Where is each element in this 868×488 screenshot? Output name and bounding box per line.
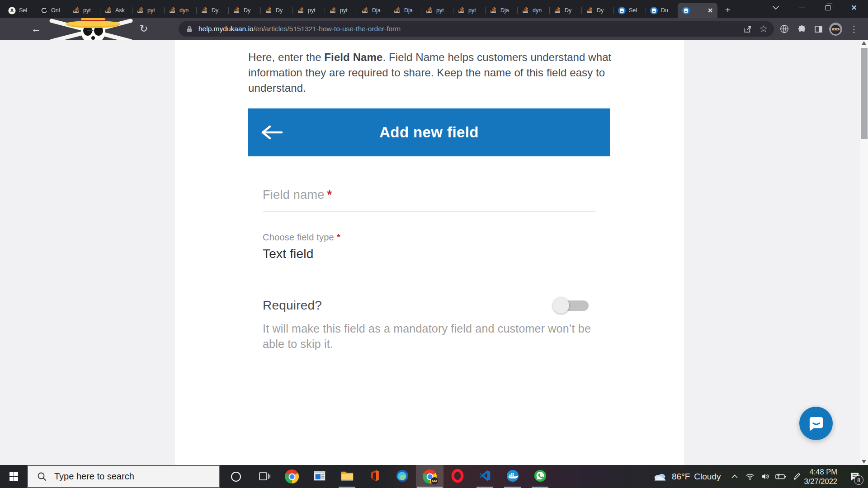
chrome-icon	[285, 469, 299, 483]
taskbar-app-file-explorer[interactable]	[333, 465, 361, 488]
notification-badge: 8	[854, 475, 863, 485]
stackoverflow-favicon	[490, 7, 497, 14]
extensions-puzzle-icon[interactable]	[794, 21, 809, 37]
tab[interactable]: Dy	[260, 3, 292, 18]
ninja-avatar-image	[829, 23, 842, 36]
address-bar[interactable]: help.mydukaan.io/en/articles/5151321-how…	[179, 21, 774, 37]
stackoverflow-favicon	[297, 7, 305, 14]
url-path: /en/articles/5151321-how-to-use-the-orde…	[254, 25, 401, 33]
minimize-icon	[799, 8, 805, 8]
tab[interactable]: Onl	[36, 3, 68, 18]
tab-title: Dy	[244, 7, 260, 14]
stackoverflow-favicon	[72, 7, 80, 14]
tab[interactable]: Dy	[228, 3, 260, 18]
docker-icon	[506, 469, 519, 484]
reload-button[interactable]: ↻	[136, 21, 152, 37]
whatsapp-icon	[533, 469, 547, 484]
window-restore-button[interactable]	[815, 0, 841, 15]
article-paragraph: Here, enter the Field Name. Field Name h…	[248, 50, 615, 96]
taskbar-app-office[interactable]	[361, 465, 388, 488]
close-icon: ✕	[851, 4, 857, 12]
tab[interactable]: Dy	[196, 3, 228, 18]
field-name-input[interactable]: Field name*	[263, 188, 610, 202]
tab-active[interactable]: ✕	[678, 3, 717, 18]
taskbar-app-edge[interactable]	[388, 465, 416, 488]
tab-search-chevron-icon[interactable]	[772, 5, 779, 10]
side-panel-icon[interactable]	[811, 21, 826, 37]
letter-a-favicon: A	[8, 7, 16, 14]
search-placeholder: Type here to search	[54, 471, 134, 482]
new-tab-button[interactable]: +	[721, 3, 735, 17]
tab[interactable]: Du	[646, 3, 678, 18]
tab[interactable]: pyt	[68, 3, 100, 18]
scroll-up-arrow-icon[interactable]	[862, 41, 866, 45]
scroll-down-arrow-icon[interactable]	[862, 460, 866, 464]
opera-icon	[451, 469, 464, 484]
tab[interactable]: pyt	[292, 3, 325, 18]
globe-extension-icon[interactable]	[777, 21, 792, 37]
taskbar-clock[interactable]: 4:48 PM 3/27/2022	[798, 467, 837, 486]
taskbar-app-vscode[interactable]	[471, 465, 499, 488]
tab[interactable]: pyt	[421, 3, 453, 18]
taskbar-app-opera[interactable]	[443, 465, 471, 488]
scrollbar-thumb[interactable]	[861, 48, 868, 139]
tab-title: Du	[661, 7, 678, 14]
wifi-icon[interactable]	[743, 465, 757, 488]
forward-button[interactable]: →	[82, 21, 99, 37]
battery-icon[interactable]	[773, 465, 788, 488]
browser-menu-icon[interactable]: ⋮	[846, 21, 862, 37]
field-type-value[interactable]: Text field	[263, 247, 610, 261]
page-scrollbar[interactable]	[860, 40, 868, 465]
windows-logo-icon	[9, 472, 18, 481]
window-close-button[interactable]: ✕	[841, 0, 867, 15]
tab[interactable]: Dy	[549, 3, 581, 18]
taskbar-app-chrome[interactable]	[278, 465, 306, 488]
back-button[interactable]: ←	[28, 21, 44, 37]
tab[interactable]: dyn	[164, 3, 196, 18]
cortana-button[interactable]	[229, 469, 243, 484]
taskbar-app-whatsapp[interactable]	[526, 465, 554, 488]
paragraph-bold-text: Field Name	[324, 51, 382, 63]
tab[interactable]: pyt	[325, 3, 357, 18]
taskbar-search-input[interactable]: Type here to search	[27, 465, 220, 488]
tab[interactable]: dyn	[517, 3, 549, 18]
volume-icon[interactable]	[759, 465, 772, 488]
tab[interactable]: Sel	[613, 3, 646, 18]
tab[interactable]: pyt	[132, 3, 164, 18]
field-type-label: Choose field type*	[263, 232, 610, 243]
share-icon[interactable]	[740, 21, 755, 37]
tab-title: Dja	[404, 7, 421, 14]
tab[interactable]: pyt	[453, 3, 485, 18]
tab[interactable]: Ask	[100, 3, 132, 18]
vscode-icon	[479, 469, 491, 483]
tab-close-icon[interactable]: ✕	[708, 7, 713, 14]
tab[interactable]: Dy	[581, 3, 613, 18]
tray-chevron-up-icon[interactable]	[729, 465, 741, 488]
tab-title: pyt	[308, 7, 325, 14]
taskbar-app-window-app[interactable]	[306, 465, 333, 488]
taskbar-app-docker[interactable]	[499, 465, 526, 488]
bookmark-star-icon[interactable]: ☆	[756, 21, 771, 37]
required-row: Required?	[263, 297, 589, 314]
window-minimize-button[interactable]	[788, 0, 815, 15]
profile-avatar[interactable]	[828, 21, 843, 37]
field-type-underline	[263, 270, 596, 270]
stackoverflow-favicon	[554, 7, 561, 14]
weather-widget[interactable]: 86°F Cloudy	[652, 465, 721, 488]
intercom-chat-launcher[interactable]	[799, 407, 833, 440]
tab[interactable]: Dja	[485, 3, 517, 18]
tab-title: Dja	[500, 7, 517, 14]
notification-center-button[interactable]: 8	[844, 465, 865, 488]
stackoverflow-favicon	[233, 7, 241, 14]
start-button[interactable]	[0, 465, 27, 488]
chat-bubble-icon	[807, 414, 825, 432]
tab[interactable]: Dja	[357, 3, 389, 18]
task-view-button[interactable]	[256, 469, 274, 484]
lock-icon	[187, 25, 192, 33]
tab-title: pyt	[83, 7, 100, 14]
tab[interactable]: Dja	[389, 3, 421, 18]
tab[interactable]: ASel	[4, 3, 36, 18]
taskbar-app-chrome-profile[interactable]	[416, 465, 443, 488]
stackoverflow-favicon	[425, 7, 433, 14]
required-toggle[interactable]	[553, 297, 589, 314]
